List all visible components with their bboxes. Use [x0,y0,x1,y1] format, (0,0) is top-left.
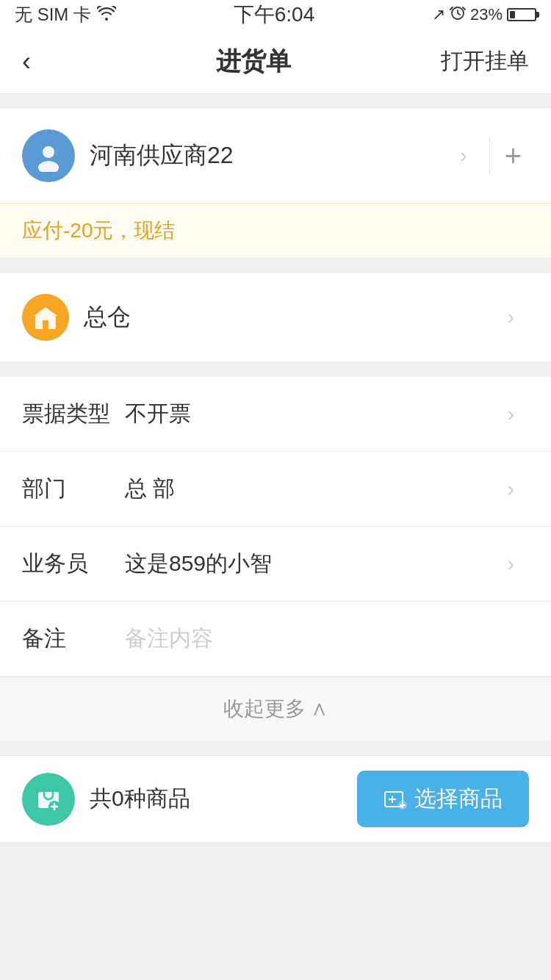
section-gap-1 [0,94,551,109]
bottom-bar: 共0种商品 选择商品 [0,755,551,842]
department-value: 总 部 [125,474,508,504]
svg-point-1 [43,146,54,158]
collapse-button[interactable]: 收起更多 ∧ [0,677,551,741]
remark-row[interactable]: 备注 备注内容 [0,602,551,677]
svg-marker-4 [34,307,57,316]
supplier-divider [489,137,490,174]
add-supplier-button[interactable]: + [497,140,529,173]
supplier-notice: 应付-20元，现结 [0,203,551,259]
invoice-type-chevron-icon: › [508,403,514,426]
invoice-type-row[interactable]: 票据类型 不开票 › [0,377,551,452]
supplier-avatar [22,129,75,182]
salesperson-row[interactable]: 业务员 这是859的小智 › [0,527,551,602]
product-icon [22,773,75,826]
salesperson-label: 业务员 [22,549,125,579]
salesperson-value: 这是859的小智 [125,549,508,579]
location-icon: ↗ [432,5,445,24]
alarm-icon [450,4,466,25]
warehouse-chevron-icon: › [508,306,514,329]
battery-icon [507,8,536,21]
invoice-type-label: 票据类型 [22,399,125,429]
warehouse-section: 总仓 › [0,273,551,362]
select-product-button[interactable]: 选择商品 [357,771,529,827]
section-gap-3 [0,362,551,377]
status-right: ↗ 23% [432,4,536,25]
supplier-name: 河南供应商22 [90,140,460,172]
select-product-label: 选择商品 [414,784,503,814]
remark-label: 备注 [22,624,125,654]
background-fill [0,842,551,980]
page-title: 进货单 [216,45,291,79]
department-row[interactable]: 部门 总 部 › [0,452,551,527]
supplier-row[interactable]: 河南供应商22 › + [0,109,551,203]
back-button[interactable]: ‹ [22,46,66,77]
department-chevron-icon: › [508,478,514,501]
remark-input[interactable]: 备注内容 [125,624,529,654]
status-bar: 无 SIM 卡 下午6:04 ↗ 23% [0,0,551,29]
battery-percent: 23% [470,5,503,24]
svg-rect-5 [43,320,48,329]
open-pending-button[interactable]: 打开挂单 [441,46,529,76]
wifi-icon [97,4,116,25]
supplier-chevron-icon: › [460,144,467,167]
warehouse-row[interactable]: 总仓 › [0,273,551,362]
supplier-section: 河南供应商22 › + 应付-20元，现结 [0,109,551,259]
svg-point-2 [38,161,59,172]
warehouse-icon [22,294,69,341]
sim-label: 无 SIM 卡 [15,3,91,26]
form-section: 票据类型 不开票 › 部门 总 部 › 业务员 这是859的小智 › 备注 备注… [0,377,551,741]
warehouse-name: 总仓 [84,301,508,334]
product-count: 共0种商品 [90,784,357,814]
status-time: 下午6:04 [234,1,315,29]
invoice-type-value: 不开票 [125,399,508,429]
section-gap-2 [0,259,551,273]
department-label: 部门 [22,474,125,504]
status-left: 无 SIM 卡 [15,3,116,26]
nav-bar: ‹ 进货单 打开挂单 [0,29,551,94]
salesperson-chevron-icon: › [508,552,514,576]
